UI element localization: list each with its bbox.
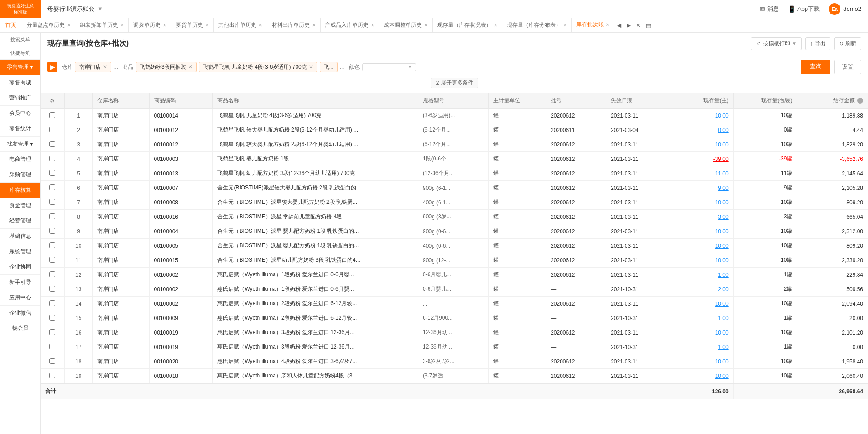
row-checkbox[interactable] — [41, 340, 64, 354]
row-checkbox[interactable] — [41, 181, 64, 195]
tab-item[interactable]: 现存量（库存状况表） ✕ — [433, 18, 502, 33]
query-button[interactable]: 查询 — [801, 60, 830, 74]
sidebar-item-wholesale[interactable]: 批发管理 ▼ — [0, 137, 40, 152]
warehouse-more-dots[interactable]: ... — [113, 64, 118, 70]
close-icon[interactable]: ✕ — [259, 23, 262, 28]
row-stock-main[interactable]: 10.00 — [670, 326, 733, 340]
row-stock-main[interactable]: 1.00 — [670, 340, 733, 354]
close-icon[interactable]: ✕ — [312, 23, 316, 28]
setting-icon[interactable]: ⚙ — [50, 98, 55, 104]
row-checkbox[interactable] — [41, 152, 64, 166]
row-stock-main[interactable]: 10.00 — [670, 195, 733, 210]
color-filter-input[interactable]: ▼ — [362, 63, 416, 71]
row-stock-main[interactable]: 10.00 — [670, 239, 733, 253]
row-stock-main[interactable]: 2.00 — [670, 282, 733, 297]
row-stock-main[interactable]: 9.00 — [670, 181, 733, 195]
tab-item[interactable]: 现存量（库存分布表） ✕ — [502, 18, 572, 33]
row-stock-main[interactable]: 10.00 — [670, 297, 733, 311]
sidebar-item-system[interactable]: 系统管理 — [0, 244, 40, 259]
tab-close-current[interactable]: ✕ — [633, 18, 643, 33]
close-icon[interactable]: ✕ — [494, 23, 497, 28]
table-container[interactable]: ⚙ 仓库名称 商品编码 商品名称 — [41, 93, 868, 434]
tab-item[interactable]: 分量盘点单历史 ✕ — [22, 18, 75, 33]
tab-item-active[interactable]: 库存批次账 ✕ — [572, 18, 614, 33]
filter-expand-button[interactable]: ▶ — [47, 62, 57, 72]
row-stock-main[interactable]: 1.00 — [670, 268, 733, 282]
row-checkbox[interactable] — [41, 354, 64, 369]
info-icon[interactable]: i — [857, 98, 863, 104]
close-icon[interactable]: ✕ — [606, 22, 609, 27]
user-avatar[interactable]: Ea demo2 — [829, 3, 861, 15]
export-button[interactable]: ↑ 导出 — [805, 37, 830, 50]
sidebar-item-operations[interactable]: 经营管理 — [0, 213, 40, 229]
product-remove-icon-2[interactable]: ✕ — [309, 64, 313, 70]
row-checkbox[interactable] — [41, 369, 64, 384]
tab-item[interactable]: 要货单历史 ✕ — [171, 18, 214, 33]
warehouse-remove-icon[interactable]: ✕ — [103, 64, 107, 70]
row-checkbox[interactable] — [41, 282, 64, 297]
product-tag-2[interactable]: 飞鹤星飞帆 儿童奶粉 4段(3-6岁适用) 700克 ✕ — [199, 62, 317, 72]
sidebar-search[interactable]: 搜索菜单 — [0, 33, 40, 47]
row-checkbox[interactable] — [41, 224, 64, 239]
sidebar-item-wechat[interactable]: 企业微信 — [0, 306, 40, 321]
tab-menu-icon[interactable]: ▤ — [643, 18, 654, 33]
close-icon[interactable]: ✕ — [424, 23, 428, 28]
tab-item[interactable]: 成本调整单历史 ✕ — [379, 18, 433, 33]
row-checkbox[interactable] — [41, 166, 64, 181]
tab-item[interactable]: 其他出库单历史 ✕ — [214, 18, 267, 33]
row-stock-main[interactable]: 3.00 — [670, 210, 733, 224]
sidebar-item-ecommerce[interactable]: 电商管理 — [0, 152, 40, 167]
tab-item[interactable]: 组装拆卸单历史 ✕ — [75, 18, 129, 33]
product-remove-icon-1[interactable]: ✕ — [188, 64, 193, 70]
tab-item[interactable]: 产成品入库单历史 ✕ — [321, 18, 379, 33]
tab-item[interactable]: 材料出库单历史 ✕ — [267, 18, 321, 33]
sidebar-item-retail-mgmt[interactable]: 零售管理 ▼ — [0, 60, 40, 75]
messages-button[interactable]: ✉ 消息 — [760, 5, 779, 13]
sidebar-item-guide[interactable]: 新手引导 — [0, 275, 40, 290]
row-stock-main[interactable]: 10.00 — [670, 224, 733, 239]
sidebar-item-inventory[interactable]: 库存核算 — [0, 183, 40, 198]
sidebar-quick-nav[interactable]: 快捷导航 — [0, 47, 40, 60]
sidebar-item-finance[interactable]: 资金管理 — [0, 198, 40, 213]
sidebar-item-retail-stats[interactable]: 零售统计 — [0, 121, 40, 137]
row-stock-main[interactable]: 0.00 — [670, 123, 733, 137]
close-icon[interactable]: ✕ — [371, 23, 374, 28]
warehouse-filter-tag[interactable]: 南岸门店 ✕ — [75, 62, 111, 72]
tab-home[interactable]: 首页 — [0, 18, 22, 33]
row-checkbox[interactable] — [41, 137, 64, 152]
product-tag-1[interactable]: 飞鹤奶粉3段同捆装 ✕ — [136, 62, 197, 72]
close-icon[interactable]: ✕ — [67, 23, 71, 28]
print-template-button[interactable]: 🖨 按模板打印 ▼ — [751, 37, 802, 50]
row-stock-main[interactable]: 11.00 — [670, 166, 733, 181]
sidebar-item-vip[interactable]: 畅会员 — [0, 321, 40, 336]
sidebar-item-apps[interactable]: 应用中心 — [0, 290, 40, 306]
product-tag-3[interactable]: 飞... — [320, 62, 338, 72]
close-icon[interactable]: ✕ — [163, 23, 166, 28]
tab-nav-prev[interactable]: ◀ — [614, 18, 624, 33]
row-checkbox[interactable] — [41, 195, 64, 210]
sidebar-item-retail-store[interactable]: 零售商城 — [0, 75, 40, 90]
close-icon[interactable]: ✕ — [120, 23, 124, 28]
industry-selector[interactable]: 母婴行业演示账套 ▼ — [41, 0, 110, 18]
tab-nav-next[interactable]: ▶ — [624, 18, 633, 33]
sidebar-item-marketing[interactable]: 营销推广 — [0, 90, 40, 106]
row-checkbox[interactable] — [41, 253, 64, 268]
row-stock-main[interactable]: 10.00 — [670, 137, 733, 152]
row-stock-main[interactable]: 1.00 — [670, 311, 733, 326]
app-download-button[interactable]: 📱 App下载 — [788, 5, 820, 13]
row-checkbox[interactable] — [41, 108, 64, 123]
tab-item[interactable]: 调拨单历史 ✕ — [129, 18, 171, 33]
row-checkbox[interactable] — [41, 268, 64, 282]
sidebar-item-purchase[interactable]: 采购管理 — [0, 167, 40, 183]
row-checkbox[interactable] — [41, 123, 64, 137]
row-checkbox[interactable] — [41, 326, 64, 340]
row-checkbox[interactable] — [41, 297, 64, 311]
row-stock-main[interactable]: 10.00 — [670, 108, 733, 123]
sidebar-item-enterprise[interactable]: 企业协同 — [0, 259, 40, 275]
row-stock-main[interactable]: 10.00 — [670, 369, 733, 384]
sidebar-item-basic-info[interactable]: 基础信息 — [0, 229, 40, 244]
settings-button[interactable]: 设置 — [834, 60, 861, 74]
sidebar-item-members[interactable]: 会员中心 — [0, 106, 40, 121]
row-stock-main[interactable]: 10.00 — [670, 354, 733, 369]
product-more-dots[interactable]: ... — [340, 64, 344, 70]
